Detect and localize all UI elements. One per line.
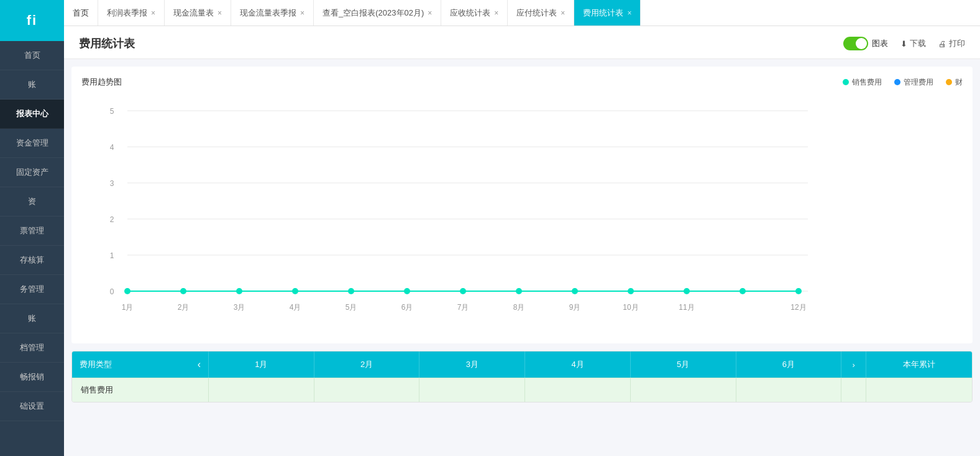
download-button[interactable]: ⬇ 下载 (900, 38, 926, 49)
chart-section: 费用趋势图 销售费用 管理费用 财 (71, 67, 973, 343)
table-section: 费用类型 ‹ 1月 2月 3月 4月 5月 6月 › 本年累计 销售费用 (71, 351, 973, 402)
chart-legend: 销售费用 管理费用 财 (843, 77, 963, 88)
svg-text:3月: 3月 (234, 303, 245, 312)
svg-point-20 (572, 288, 578, 294)
svg-text:10月: 10月 (623, 303, 638, 312)
row-jan (209, 378, 314, 402)
row-ytd (866, 378, 972, 402)
row-apr (525, 378, 631, 402)
sidebar-item-archive[interactable]: 档管理 (0, 333, 64, 363)
prev-arrow[interactable]: ‹ (198, 359, 201, 370)
svg-point-14 (236, 288, 242, 294)
close-tab-expenses[interactable]: × (627, 9, 631, 17)
sidebar-item-ledger[interactable]: 账 (0, 304, 64, 333)
tab-expenses[interactable]: 费用统计表 × (574, 0, 641, 26)
close-tab-cashflow-quarterly[interactable]: × (300, 9, 305, 17)
tab-payables[interactable]: 应付统计表 × (508, 0, 574, 26)
svg-text:0: 0 (110, 287, 114, 296)
svg-point-13 (180, 288, 186, 294)
sidebar-item-reports[interactable]: 报表中心 (0, 100, 64, 129)
svg-text:4: 4 (110, 143, 114, 152)
close-tab-payables[interactable]: × (561, 9, 565, 17)
sidebar-item-home[interactable]: 首页 (0, 41, 64, 70)
svg-text:3: 3 (110, 179, 114, 188)
col-feb: 2月 (314, 351, 420, 378)
close-tab-profit-quarterly[interactable]: × (151, 9, 155, 17)
tab-receivables[interactable]: 应收统计表 × (441, 0, 508, 26)
col-next-arrow[interactable]: › (841, 351, 866, 378)
page-content: 费用统计表 图表 ⬇ 下载 🖨 打印 费用趋势图 (64, 26, 980, 456)
row-feb (314, 378, 420, 402)
chart-title: 费用趋势图 (81, 77, 122, 88)
svg-text:5: 5 (110, 107, 114, 116)
svg-text:9月: 9月 (569, 303, 581, 312)
svg-text:6月: 6月 (401, 303, 413, 312)
chart-toggle-label: 图表 (843, 37, 888, 50)
sidebar-item-services[interactable]: 务管理 (0, 275, 64, 304)
sidebar-item-resources[interactable]: 资 (0, 187, 64, 216)
svg-point-21 (628, 288, 634, 294)
table-header: 费用类型 ‹ 1月 2月 3月 4月 5月 6月 › 本年累计 (72, 351, 972, 378)
svg-point-16 (348, 288, 354, 294)
tab-bar: 首页 利润表季报 × 现金流量表 × 现金流量表季报 × 查看_空白报表(202… (64, 0, 980, 26)
close-tab-blank-report[interactable]: × (428, 9, 432, 17)
col-type: 费用类型 ‹ (72, 351, 209, 378)
chart-container: 5 4 3 2 1 0 (81, 95, 963, 333)
tab-profit-quarterly[interactable]: 利润表季报 × (98, 0, 165, 26)
row-mar (419, 378, 525, 402)
print-icon: 🖨 (938, 39, 946, 49)
svg-text:1: 1 (110, 251, 114, 260)
sidebar-item-account[interactable]: 账 (0, 70, 64, 100)
close-tab-cashflow[interactable]: × (218, 9, 222, 17)
header-actions: 图表 ⬇ 下载 🖨 打印 (843, 37, 965, 50)
row-jun (736, 378, 842, 402)
print-button[interactable]: 🖨 打印 (938, 38, 965, 49)
sidebar-item-funds[interactable]: 资金管理 (0, 129, 64, 158)
sidebar-item-settings[interactable]: 础设置 (0, 392, 64, 421)
col-jun: 6月 (736, 351, 842, 378)
legend-finance: 财 (946, 77, 963, 88)
svg-point-23 (740, 288, 746, 294)
legend-dot-sales (843, 79, 849, 85)
tab-cashflow[interactable]: 现金流量表 × (165, 0, 231, 26)
row-arrow (841, 378, 866, 402)
svg-point-17 (404, 288, 410, 294)
page-title: 费用统计表 (79, 36, 135, 51)
col-ytd: 本年累计 (866, 351, 972, 378)
row-type-sales: 销售费用 (72, 378, 209, 402)
col-mar: 3月 (419, 351, 525, 378)
svg-text:11月: 11月 (679, 303, 694, 312)
col-may: 5月 (631, 351, 736, 378)
sidebar-item-assets[interactable]: 固定资产 (0, 158, 64, 187)
svg-point-24 (795, 288, 802, 294)
col-jan: 1月 (209, 351, 314, 378)
sidebar-logo: fi (0, 0, 64, 41)
svg-text:2月: 2月 (178, 303, 190, 312)
tab-blank-report[interactable]: 查看_空白报表(2023年02月) × (314, 0, 441, 26)
close-tab-receivables[interactable]: × (494, 9, 498, 17)
svg-text:5月: 5月 (346, 303, 357, 312)
sidebar: fi 首页 账 报表中心 资金管理 固定资产 资 票管理 存核算 务管理 账 档… (0, 0, 64, 456)
legend-sales: 销售费用 (843, 77, 882, 88)
svg-point-15 (292, 288, 298, 294)
page-header: 费用统计表 图表 ⬇ 下载 🖨 打印 (64, 26, 980, 59)
svg-text:2: 2 (110, 215, 114, 224)
trend-chart: 5 4 3 2 1 0 (81, 95, 963, 332)
tab-cashflow-quarterly[interactable]: 现金流量表季报 × (231, 0, 314, 26)
sidebar-item-inventory[interactable]: 存核算 (0, 246, 64, 275)
svg-point-22 (684, 288, 690, 294)
svg-text:8月: 8月 (513, 303, 525, 312)
svg-point-19 (516, 288, 522, 294)
chart-header: 费用趋势图 销售费用 管理费用 财 (81, 77, 963, 88)
main-area: 首页 利润表季报 × 现金流量表 × 现金流量表季报 × 查看_空白报表(202… (64, 0, 980, 456)
col-apr: 4月 (525, 351, 631, 378)
sidebar-item-expense[interactable]: 畅报销 (0, 363, 64, 392)
svg-text:12月: 12月 (790, 303, 806, 312)
sidebar-item-tickets[interactable]: 票管理 (0, 216, 64, 246)
legend-dot-finance (946, 79, 952, 85)
chart-toggle[interactable] (843, 37, 868, 50)
svg-text:1月: 1月 (122, 303, 134, 312)
tab-home[interactable]: 首页 (64, 0, 98, 26)
legend-admin: 管理费用 (894, 77, 933, 88)
download-icon: ⬇ (900, 39, 907, 49)
